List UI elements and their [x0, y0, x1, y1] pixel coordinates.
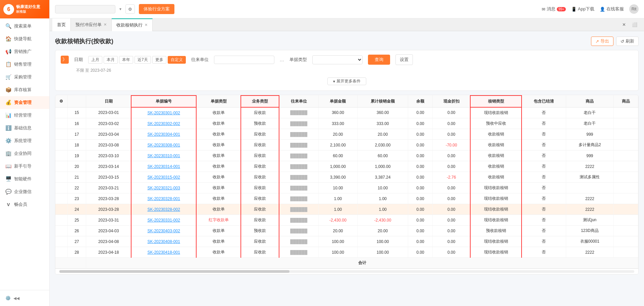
tab-home[interactable]: 首页 [52, 18, 71, 31]
th-settings[interactable]: ⚙ [55, 96, 67, 107]
sidebar-settings-btn[interactable]: ⚙️ ◀◀ [0, 293, 49, 303]
sidebar-item-inventory[interactable]: 📦 库存核算 [0, 83, 49, 96]
sidebar-item-quick-nav[interactable]: 🏠 快捷导航 [0, 33, 49, 45]
tab-prepay-order[interactable]: 预付冲应付单 ✕ [71, 18, 112, 31]
message-btn[interactable]: ✉ 消息 99+ [542, 6, 566, 12]
tab-collect-close-icon[interactable]: ✕ [145, 23, 148, 27]
table-row[interactable]: 212023-03-15SK-20230315-002收款单应收款██████3… [55, 172, 638, 183]
sidebar-item-enterprise[interactable]: 🏢 企业协同 [0, 147, 49, 160]
doc-no-link[interactable]: SK-20230328-002 [147, 207, 180, 212]
topbar-gear-btn[interactable]: ⚙ [125, 4, 135, 14]
td-doc-no[interactable]: SK-20230308-001 [131, 140, 196, 150]
td-doc-no[interactable]: SK-20230328-002 [131, 204, 196, 215]
table-row[interactable]: 202023-03-14SK-20230314-001收款单应收款██████1… [55, 161, 638, 172]
td-doc-no[interactable]: SK-20230403-002 [131, 226, 196, 236]
scroll-thumb[interactable] [59, 270, 289, 273]
horizontal-scrollbar[interactable] [59, 270, 634, 273]
td-doc-no[interactable]: SK-20230321-003 [131, 183, 196, 193]
this-month-btn[interactable]: 本月 [104, 56, 118, 64]
sidebar-item-search[interactable]: 🔍 搜索菜单 [0, 20, 49, 33]
tab-close-btn[interactable]: ✕ [620, 21, 628, 29]
doc-no-link[interactable]: SK-20230403-002 [147, 229, 180, 233]
sidebar-item-system[interactable]: ⚙️ 系统管理 [0, 134, 49, 147]
more-date-btn[interactable]: 更多 [152, 56, 166, 64]
td-settings[interactable] [55, 172, 67, 183]
sidebar-item-member[interactable]: V 畅会员 [0, 198, 49, 211]
td-settings[interactable] [55, 140, 67, 150]
online-service-btn[interactable]: 👤 在线客服 [600, 6, 624, 12]
table-row[interactable]: 172023-03-04SK-20230304-001收款单应收款██████2… [55, 129, 638, 140]
refresh-btn[interactable]: ↺ 刷新 [616, 37, 639, 46]
topbar-chevron-icon[interactable]: ▾ [119, 7, 121, 11]
tab-prepay-close-icon[interactable]: ✕ [104, 22, 107, 27]
tab-maximize-btn[interactable]: ⬜ [631, 21, 639, 29]
solution-btn[interactable]: 体验行业方案 [139, 4, 174, 14]
topbar-search-input[interactable] [55, 5, 115, 13]
doc-no-link[interactable]: SK-20230314-001 [147, 164, 180, 169]
collapse-btn[interactable]: ◀◀ [13, 296, 19, 301]
sidebar-item-guide[interactable]: 📖 新手引导 [0, 160, 49, 173]
td-settings[interactable] [55, 183, 67, 193]
td-settings[interactable] [55, 118, 67, 129]
query-btn[interactable]: 查询 [368, 55, 390, 65]
doc-no-link[interactable]: SK-20230418-001 [147, 250, 180, 255]
table-row[interactable]: 232023-03-28SK-20230328-001收款单应收款██████1… [55, 193, 638, 204]
last-month-btn[interactable]: 上月 [88, 56, 102, 64]
td-doc-no[interactable]: SK-20230408-001 [131, 236, 196, 247]
td-settings[interactable] [55, 236, 67, 247]
doc-no-link[interactable]: SK-20230328-001 [147, 196, 180, 201]
sidebar-item-smart-hw[interactable]: 🖥️ 智能硬件 [0, 173, 49, 185]
partner-input[interactable] [214, 56, 274, 64]
sidebar-item-sales[interactable]: 📋 销售管理 [0, 58, 49, 71]
doc-no-link[interactable]: SK-20230310-001 [147, 154, 180, 158]
table-row[interactable]: 262023-04-03SK-20230403-002收款单预收款██████2… [55, 226, 638, 236]
this-year-btn[interactable]: 本年 [119, 56, 133, 64]
table-row[interactable]: 222023-03-21SK-20230321-003收款单应收款██████1… [55, 183, 638, 193]
doc-no-link[interactable]: SK-20230321-003 [147, 186, 180, 190]
td-settings[interactable] [55, 215, 67, 226]
sidebar-item-purchase[interactable]: 🛒 采购管理 [0, 71, 49, 83]
td-doc-no[interactable]: SK-20230301-002 [131, 107, 196, 118]
td-settings[interactable] [55, 226, 67, 236]
td-settings[interactable] [55, 193, 67, 204]
td-settings[interactable] [55, 129, 67, 140]
doc-no-link[interactable]: SK-20230408-001 [147, 239, 180, 244]
app-download-btn[interactable]: 📱 App下载 [571, 6, 594, 12]
user-avatar[interactable]: Rit [629, 4, 639, 14]
doc-no-link[interactable]: SK-20230331-002 [147, 218, 180, 223]
tab-collect-cancel[interactable]: 收款核销执行 ✕ [112, 18, 153, 31]
table-row[interactable]: 282023-04-18SK-20230418-001收款单应收款██████1… [55, 247, 638, 258]
td-settings[interactable] [55, 247, 67, 258]
td-settings[interactable] [55, 150, 67, 161]
table-row[interactable]: 162023-03-02SK-20230302-002收款单预收款██████3… [55, 118, 638, 129]
td-doc-no[interactable]: SK-20230328-001 [131, 193, 196, 204]
doc-no-link[interactable]: SK-20230302-002 [147, 121, 180, 126]
doc-type-select[interactable] [312, 55, 363, 64]
td-doc-no[interactable]: SK-20230304-001 [131, 129, 196, 140]
sidebar-item-marketing[interactable]: 📢 营销推广 [0, 45, 49, 58]
table-row[interactable]: 252023-03-31SK-20230331-002红字收款单应收款█████… [55, 215, 638, 226]
doc-no-link[interactable]: SK-20230315-002 [147, 175, 180, 180]
custom-date-btn[interactable]: 自定义 [168, 56, 186, 64]
doc-no-link[interactable]: SK-20230308-001 [147, 143, 180, 147]
sidebar-item-finance[interactable]: 💰 资金管理 [0, 96, 49, 109]
td-doc-no[interactable]: SK-20230302-002 [131, 118, 196, 129]
partner-dots[interactable]: ... [280, 57, 284, 63]
export-btn[interactable]: ↗ 导出 [591, 37, 613, 46]
table-row[interactable]: 182023-03-08SK-20230308-001收款单应收款██████2… [55, 140, 638, 150]
doc-no-link[interactable]: SK-20230304-001 [147, 132, 180, 137]
expand-more-btn[interactable]: ▾ 展开更多条件 [327, 77, 366, 85]
sidebar-item-operation[interactable]: 📊 经营管理 [0, 109, 49, 122]
td-doc-no[interactable]: SK-20230310-001 [131, 150, 196, 161]
table-row[interactable]: 152023-03-01SK-20230301-002收款单应收款██████3… [55, 107, 638, 118]
td-doc-no[interactable]: SK-20230314-001 [131, 161, 196, 172]
td-settings[interactable] [55, 161, 67, 172]
td-doc-no[interactable]: SK-20230315-002 [131, 172, 196, 183]
td-settings[interactable] [55, 107, 67, 118]
filter-setting-btn[interactable]: 设置 [395, 54, 413, 65]
td-settings[interactable] [55, 204, 67, 215]
last-7-days-btn[interactable]: 近7天 [135, 56, 151, 64]
table-row[interactable]: 242023-03-28SK-20230328-002收款单应收款██████1… [55, 204, 638, 215]
table-row[interactable]: 192023-03-10SK-20230310-001收款单应收款██████6… [55, 150, 638, 161]
td-doc-no[interactable]: SK-20230331-002 [131, 215, 196, 226]
